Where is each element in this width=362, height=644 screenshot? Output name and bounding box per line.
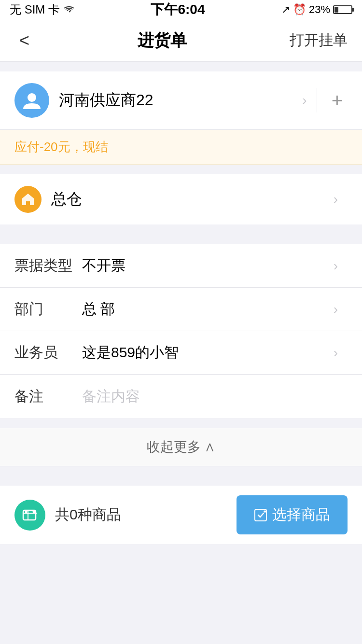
remark-placeholder[interactable]: 备注内容 bbox=[77, 387, 348, 406]
section-gap-2 bbox=[0, 165, 362, 174]
open-hang-bill-button[interactable]: 打开挂单 bbox=[290, 30, 348, 50]
supplier-row[interactable]: 河南供应商22 › + bbox=[0, 71, 362, 130]
department-chevron-icon: › bbox=[334, 302, 338, 317]
page-title: 进货单 bbox=[138, 29, 187, 52]
cart-icon bbox=[21, 506, 39, 524]
supplier-section: 河南供应商22 › + 应付-20元，现结 bbox=[0, 71, 362, 165]
status-bar: 无 SIM 卡 下午6:04 ↗ ⏰ 23% bbox=[0, 0, 362, 19]
remark-row[interactable]: 备注 备注内容 bbox=[0, 375, 362, 418]
supplier-chevron-icon: › bbox=[302, 93, 306, 108]
svg-point-3 bbox=[25, 510, 28, 513]
alert-text: 应付-20元，现结 bbox=[14, 140, 108, 154]
alarm-icon: ⏰ bbox=[293, 3, 306, 16]
battery-icon bbox=[333, 5, 352, 14]
salesperson-row[interactable]: 业务员 这是859的小智 › bbox=[0, 331, 362, 375]
carrier-label: 无 SIM 卡 bbox=[10, 2, 60, 17]
supplier-name: 河南供应商22 bbox=[59, 90, 302, 111]
invoice-type-row[interactable]: 票据类型 不开票 › bbox=[0, 244, 362, 288]
section-gap-3 bbox=[0, 225, 362, 235]
invoice-type-chevron-icon: › bbox=[334, 258, 338, 274]
add-button[interactable]: + bbox=[327, 90, 348, 112]
department-row[interactable]: 部门 总 部 › bbox=[0, 288, 362, 331]
location-icon: ↗ bbox=[281, 3, 290, 16]
warehouse-icon bbox=[14, 186, 42, 213]
select-product-label: 选择商品 bbox=[272, 505, 330, 525]
alert-row: 应付-20元，现结 bbox=[0, 130, 362, 165]
section-gap-4 bbox=[0, 466, 362, 476]
svg-point-0 bbox=[28, 93, 36, 102]
wifi-icon bbox=[64, 6, 74, 14]
department-value: 总 部 bbox=[77, 299, 334, 319]
select-product-icon bbox=[254, 508, 267, 522]
status-time: 下午6:04 bbox=[151, 0, 205, 19]
collapse-label: 收起更多 ∧ bbox=[147, 438, 216, 456]
product-count-icon bbox=[14, 500, 45, 531]
supplier-avatar bbox=[14, 83, 49, 118]
invoice-type-label: 票据类型 bbox=[14, 256, 77, 276]
status-left: 无 SIM 卡 bbox=[10, 2, 74, 17]
collapse-button[interactable]: 收起更多 ∧ bbox=[0, 428, 362, 466]
select-product-button[interactable]: 选择商品 bbox=[237, 495, 348, 534]
section-gap-1 bbox=[0, 62, 362, 71]
status-right: ↗ ⏰ 23% bbox=[281, 3, 352, 16]
nav-bar: < 进货单 打开挂单 bbox=[0, 19, 362, 62]
salesperson-label: 业务员 bbox=[14, 343, 77, 363]
bottom-bar: 共0种商品 选择商品 bbox=[0, 486, 362, 544]
invoice-type-value: 不开票 bbox=[77, 256, 334, 276]
warehouse-section[interactable]: 总仓 › bbox=[0, 174, 362, 225]
warehouse-name: 总仓 bbox=[51, 189, 334, 210]
divider-vertical bbox=[317, 88, 317, 112]
back-button[interactable]: < bbox=[14, 26, 34, 56]
product-count-text: 共0种商品 bbox=[55, 505, 237, 525]
svg-point-4 bbox=[33, 510, 35, 513]
salesperson-value: 这是859的小智 bbox=[77, 343, 334, 363]
warehouse-row[interactable]: 总仓 › bbox=[0, 174, 362, 225]
warehouse-chevron-icon: › bbox=[334, 192, 338, 207]
remark-label: 备注 bbox=[14, 387, 77, 406]
department-label: 部门 bbox=[14, 299, 77, 319]
person-icon bbox=[21, 90, 42, 111]
home-icon bbox=[20, 192, 36, 207]
svg-rect-1 bbox=[26, 201, 30, 205]
form-section: 票据类型 不开票 › 部门 总 部 › 业务员 这是859的小智 › 备注 备注… bbox=[0, 244, 362, 418]
battery-percent: 23% bbox=[309, 3, 330, 16]
salesperson-chevron-icon: › bbox=[334, 345, 338, 361]
